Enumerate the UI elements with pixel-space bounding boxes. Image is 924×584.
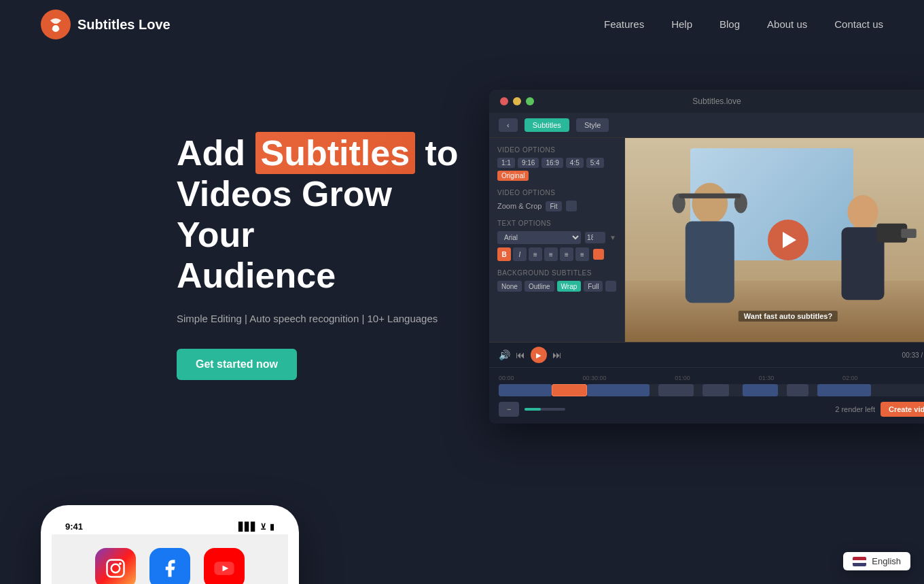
phone-mockup: 9:41 ▋▋▋ ⊻ ▮ [41, 505, 299, 584]
navigation: Subtitles Love Features Help Blog About … [0, 0, 924, 49]
editor-main: Video options 1:1 9:16 16:9 4:5 5:4 Orig… [489, 138, 924, 342]
font-size-chevron: ▼ [609, 234, 616, 241]
create-video-button[interactable]: Create video [881, 402, 924, 417]
play-button-overlay[interactable] [768, 220, 808, 260]
svg-rect-10 [902, 229, 917, 239]
bg-subtitle-options: None Outline Wrap Full [497, 281, 616, 292]
back-button[interactable]: ‹ [499, 118, 518, 132]
language-selector[interactable]: English [843, 552, 910, 570]
editor-preview: Want fast auto subtitles? [625, 138, 924, 342]
text-options-label: Text Options [497, 220, 616, 227]
align-justify-button[interactable]: ≡ [575, 247, 589, 261]
ruler-30s: 00:30:00 [582, 375, 606, 381]
ratio-16-9[interactable]: 16:9 [541, 158, 563, 168]
phone-screen: 9:41 ▋▋▋ ⊻ ▮ [52, 516, 288, 584]
ruler-0: 00:00 [499, 375, 514, 381]
get-started-button[interactable]: Get started now [177, 349, 297, 380]
svg-point-7 [848, 195, 878, 229]
nav-help[interactable]: Help [671, 18, 692, 30]
ratio-9-16[interactable]: 9:16 [518, 158, 539, 168]
renders-left-label: 2 render left [835, 405, 875, 413]
track-seg-7 [817, 384, 870, 396]
wifi-icon: ⊻ [260, 522, 266, 532]
bg-full-button[interactable]: Full [584, 281, 603, 292]
volume-button[interactable]: 🔊 [499, 349, 510, 360]
play-icon: ▶ [536, 351, 541, 359]
video-controls: 🔊 ⏮ ▶ ⏭ 00:33 / 05:37 [489, 342, 924, 367]
logo-icon [41, 10, 71, 39]
color-picker-swatch[interactable] [593, 249, 604, 260]
timeline-tracks [499, 384, 924, 396]
format-row: B I ≡ ≡ ≡ ≡ [497, 247, 616, 261]
svg-point-0 [41, 10, 71, 39]
play-pause-button[interactable]: ▶ [531, 347, 547, 363]
format-buttons: B I ≡ ≡ ≡ ≡ [497, 247, 589, 261]
editor-titlebar: Subtitles.love [489, 90, 924, 113]
svg-point-13 [119, 562, 122, 565]
font-row: Arial ▼ [497, 231, 616, 244]
hero-title-highlight: Subtitles [255, 132, 416, 174]
hero-content: Add Subtitles toVideos Grow YourAudience… [177, 133, 462, 379]
zoom-crop-label: Zoom & Crop [497, 202, 541, 210]
font-size-input[interactable] [585, 232, 605, 243]
editor-timeline: 00:00 00:30:00 01:00 01:30 02:00 02:30 [489, 367, 924, 424]
track-1 [499, 384, 924, 396]
traffic-lights [500, 97, 534, 105]
svg-point-12 [111, 564, 120, 573]
bg-subtitles-label: Background subtitles [497, 269, 616, 277]
nav-about[interactable]: About us [767, 18, 807, 30]
zoom-fill [525, 408, 541, 411]
hero-subtitle: Simple Editing | Auto speech recognition… [177, 313, 462, 324]
hero-title: Add Subtitles toVideos Grow YourAudience [177, 133, 462, 296]
nav-features[interactable]: Features [604, 18, 644, 30]
track-seg-4 [703, 384, 729, 396]
italic-button[interactable]: I [513, 247, 527, 261]
play-triangle-icon [783, 232, 796, 248]
ratio-5-4[interactable]: 5:4 [586, 158, 604, 168]
phone-section: 9:41 ▋▋▋ ⊻ ▮ [0, 478, 924, 584]
bg-color-swatch[interactable] [605, 281, 616, 292]
zoom-slider[interactable] [525, 408, 565, 411]
ratio-4-5[interactable]: 4:5 [566, 158, 584, 168]
ratio-buttons: 1:1 9:16 16:9 4:5 5:4 Original [497, 158, 616, 181]
ratio-original[interactable]: Original [497, 171, 529, 181]
logo[interactable]: Subtitles Love [41, 10, 171, 39]
close-button-dot [500, 97, 508, 105]
hero-section: Add Subtitles toVideos Grow YourAudience… [0, 49, 924, 478]
nav-blog[interactable]: Blog [719, 18, 740, 30]
style-tab[interactable]: Style [576, 118, 609, 132]
video-time: 00:33 / 05:37 [902, 351, 924, 359]
bg-none-button[interactable]: None [497, 281, 522, 292]
align-center-button[interactable]: ≡ [544, 247, 558, 261]
forward-button[interactable]: ⏭ [552, 349, 562, 360]
youtube-icon[interactable] [204, 548, 245, 584]
battery-icon: ▮ [270, 522, 274, 532]
signal-icon: ▋▋▋ [238, 522, 257, 532]
ruler-130: 01:30 [759, 375, 775, 381]
fit-button[interactable]: Fit [546, 201, 561, 211]
zoom-out-button[interactable]: − [499, 402, 519, 417]
track-seg-selected[interactable] [552, 384, 587, 396]
svg-rect-6 [679, 194, 741, 199]
ratio-1-1[interactable]: 1:1 [497, 158, 515, 168]
align-right-button[interactable]: ≡ [560, 247, 573, 261]
svg-rect-3 [686, 221, 734, 303]
subtitles-tab[interactable]: Subtitles [525, 118, 569, 132]
video-options2-label: Video options [497, 189, 616, 196]
bg-outline-button[interactable]: Outline [525, 281, 554, 292]
track-seg-2 [587, 384, 649, 396]
timeline-zoom-controls: − [499, 402, 565, 417]
bold-button[interactable]: B [497, 247, 511, 261]
editor-toolbar: ‹ Subtitles Style [489, 113, 924, 138]
rewind-button[interactable]: ⏮ [516, 349, 525, 360]
facebook-icon[interactable] [149, 548, 190, 584]
bg-subtitles-section: Background subtitles None Outline Wrap F… [497, 269, 616, 292]
phone-social-row [52, 534, 288, 584]
align-left-button[interactable]: ≡ [529, 247, 542, 261]
font-select[interactable]: Arial [497, 231, 581, 244]
nav-contact[interactable]: Contact us [834, 18, 883, 30]
track-seg-1 [499, 384, 552, 396]
instagram-icon[interactable] [95, 548, 136, 584]
track-seg-6 [787, 384, 809, 396]
bg-wrap-button[interactable]: Wrap [557, 281, 582, 292]
